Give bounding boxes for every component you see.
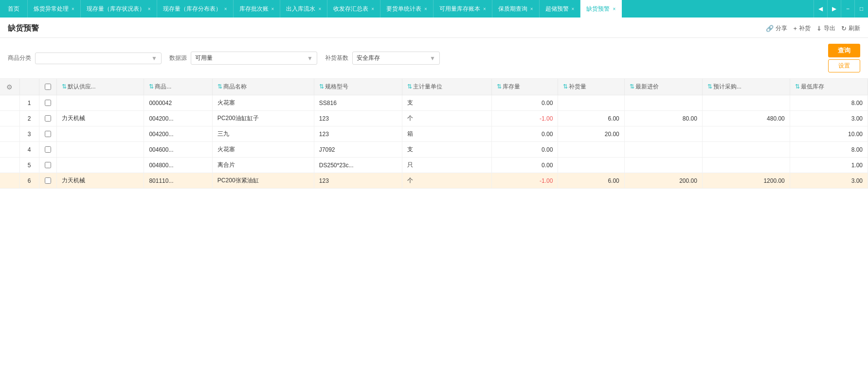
nav-tab-close-6[interactable]: ×: [424, 6, 427, 12]
nav-tab-6[interactable]: 要货单统计表×: [380, 0, 434, 18]
row-6-min_stock: 3.00: [790, 173, 868, 189]
sort-icon-default_supplier: ⇅: [62, 83, 67, 90]
nav-tab-2[interactable]: 现存量（库存分布表）×: [157, 0, 234, 18]
settings-col-icon[interactable]: ⚙: [6, 83, 13, 91]
table-row[interactable]: 3004200...三九123箱0.0020.0010.00: [0, 126, 868, 142]
nav-minimize-btn[interactable]: −: [841, 0, 854, 18]
row-5-checkbox[interactable]: [45, 162, 51, 168]
row-1-stock: 0.00: [491, 95, 558, 111]
row-2-latest_price: 80.00: [624, 111, 702, 126]
nav-tab-close-1[interactable]: ×: [148, 6, 151, 12]
settings-button[interactable]: 设置: [828, 59, 860, 72]
nav-tab-4[interactable]: 出入库流水×: [280, 0, 327, 18]
nav-tab-8[interactable]: 保质期查询×: [492, 0, 540, 18]
nav-tab-close-5[interactable]: ×: [371, 6, 374, 12]
row-6-unit: 个: [402, 173, 492, 189]
nav-tab-3[interactable]: 库存批次账×: [234, 0, 281, 18]
table-row[interactable]: 5004800...离合片DS250*23c...只0.001.00: [0, 158, 868, 173]
row-4-checkbox[interactable]: [45, 146, 51, 153]
page-header: 缺货预警 🔗 分享 + 补货 ⇓ 导出 ↻ 刷新: [0, 18, 868, 38]
col-label-stock: 库存量: [503, 83, 520, 90]
nav-maximize-btn[interactable]: □: [854, 0, 868, 18]
row-6-checkbox[interactable]: [45, 177, 51, 184]
row-2-default_supplier: 力天机械: [56, 111, 144, 126]
category-select[interactable]: ▼: [35, 53, 162, 64]
export-btn[interactable]: ⇓ 导出: [816, 24, 835, 33]
nav-tab-close-8[interactable]: ×: [530, 6, 533, 12]
refresh-btn[interactable]: ↻ 刷新: [841, 24, 860, 33]
row-5-settings: [0, 158, 19, 173]
row-3-checkbox[interactable]: [45, 131, 51, 137]
nav-tab-5[interactable]: 收发存汇总表×: [327, 0, 380, 18]
replenish-base-filter-group: 补货基数 安全库存 ▼: [325, 52, 440, 65]
table-row[interactable]: 10000042火花塞SS816支0.008.00: [0, 95, 868, 111]
row-5-product_code: 004800...: [144, 158, 212, 173]
nav-tab-label-6: 要货单统计表: [386, 5, 421, 13]
nav-tab-9[interactable]: 超储预警×: [540, 0, 581, 18]
nav-tab-close-0[interactable]: ×: [72, 6, 74, 12]
th-estimated_purchase[interactable]: ⇅预计采购...: [702, 79, 790, 95]
th-default_supplier[interactable]: ⇅默认供应...: [56, 79, 144, 95]
sort-icon-replenish_qty: ⇅: [563, 83, 568, 90]
table-row[interactable]: 2力天机械004200...PC200油缸缸子123个-1.006.0080.0…: [0, 111, 868, 126]
row-4-latest_price: [624, 142, 702, 158]
col-label-latest_price: 最新进价: [635, 83, 659, 90]
replenish-base-select[interactable]: 安全库存 ▼: [352, 52, 440, 65]
th-unit[interactable]: ⇅主计量单位: [402, 79, 492, 95]
row-4-min_stock: 8.00: [790, 142, 868, 158]
replenish-label: 补货: [799, 24, 811, 33]
th-spec[interactable]: ⇅规格型号: [314, 79, 402, 95]
nav-tab-7[interactable]: 可用量库存账本×: [434, 0, 492, 18]
table-body: 10000042火花塞SS816支0.008.002力天机械004200...P…: [0, 95, 868, 189]
row-6-replenish_qty: 6.00: [558, 173, 624, 189]
nav-tab-close-9[interactable]: ×: [572, 6, 575, 12]
table-row[interactable]: 4004600...火花塞J7092支0.008.00: [0, 142, 868, 158]
nav-home[interactable]: 首页: [0, 0, 28, 18]
row-2-unit: 个: [402, 111, 492, 126]
nav-tab-close-4[interactable]: ×: [318, 6, 321, 12]
nav-tab-0[interactable]: 炼货异常处理×: [28, 0, 81, 18]
replenish-btn[interactable]: + 补货: [793, 24, 811, 33]
nav-tab-close-7[interactable]: ×: [483, 6, 486, 12]
refresh-label: 刷新: [849, 24, 860, 33]
sort-icon-estimated_purchase: ⇅: [707, 83, 712, 90]
row-5-stock: 0.00: [491, 158, 558, 173]
th-stock[interactable]: ⇅库存量: [491, 79, 558, 95]
th-latest_price[interactable]: ⇅最新进价: [624, 79, 702, 95]
row-1-checkbox[interactable]: [45, 100, 51, 106]
query-button[interactable]: 查询: [828, 44, 860, 57]
row-5-default_supplier: [56, 158, 144, 173]
row-6-checkbox-cell: [39, 173, 56, 189]
th-replenish_qty[interactable]: ⇅补货量: [558, 79, 624, 95]
nav-tab-1[interactable]: 现存量（库存状况表）×: [81, 0, 157, 18]
refresh-icon: ↻: [841, 25, 847, 32]
table-row[interactable]: 6力天机械801110...PC200张紧油缸123个-1.006.00200.…: [0, 173, 868, 189]
share-btn[interactable]: 🔗 分享: [766, 24, 787, 33]
category-filter-group: 商品分类 ▼: [8, 53, 162, 64]
th-min_stock[interactable]: ⇅最低库存: [790, 79, 868, 95]
row-2-checkbox[interactable]: [45, 115, 51, 122]
row-1-estimated_purchase: [702, 95, 790, 111]
row-2-checkbox-cell: [39, 111, 56, 126]
replenish-base-label: 补货基数: [325, 54, 348, 62]
row-1-default_supplier: [56, 95, 144, 111]
col-label-product_code: 商品...: [155, 83, 171, 90]
datasource-select[interactable]: 可用量 ▼: [191, 52, 317, 65]
th-product_code[interactable]: ⇅商品...: [144, 79, 212, 95]
nav-tab-close-2[interactable]: ×: [224, 6, 227, 12]
nav-prev-btn[interactable]: ◀: [814, 0, 827, 18]
replenish-icon: +: [793, 25, 797, 32]
row-1-spec: SS816: [314, 95, 402, 111]
select-all-checkbox[interactable]: [45, 84, 51, 90]
nav-next-btn[interactable]: ▶: [827, 0, 841, 18]
row-4-default_supplier: [56, 142, 144, 158]
filter-actions: 查询 设置: [828, 44, 860, 72]
nav-tab-10[interactable]: 缺货预警×: [580, 0, 622, 18]
row-5-num: 5: [19, 158, 39, 173]
nav-tab-close-10[interactable]: ×: [613, 6, 615, 12]
row-4-stock: 0.00: [491, 142, 558, 158]
nav-tab-label-5: 收发存汇总表: [333, 5, 368, 13]
th-product_name[interactable]: ⇅商品名称: [212, 79, 314, 95]
datasource-label: 数据源: [169, 54, 187, 62]
nav-tab-close-3[interactable]: ×: [271, 6, 274, 12]
